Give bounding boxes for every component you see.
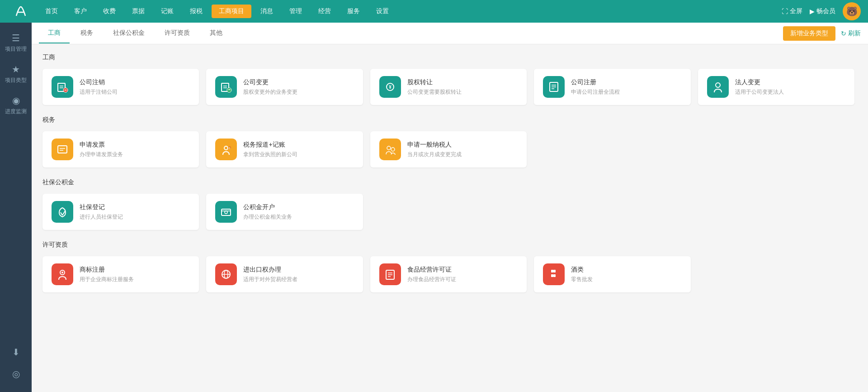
svg-text:¥: ¥ [389, 85, 392, 90]
left-sidebar: ☰ 项目管理 ★ 项目类型 ◉ 进度监测 ⬇ ◎ [0, 23, 32, 392]
nav-item-票据[interactable]: 票据 [125, 5, 152, 18]
card-desc-company-register: 申请公司注册全流程 [571, 88, 681, 96]
nav-item-首页[interactable]: 首页 [38, 5, 65, 18]
card-desc-alcohol: 零售批发 [571, 276, 681, 283]
card-tax-report[interactable]: $ 税务报道+记账 拿到营业执照的新公司 [206, 131, 363, 167]
section-title-xuke: 许可资质 [42, 241, 857, 249]
nav-item-报税[interactable]: 报税 [183, 5, 210, 18]
nav-item-管理[interactable]: 管理 [282, 5, 309, 18]
card-alcohol[interactable]: 酒类 零售批发 [534, 256, 690, 292]
card-info-food-license: 食品经营许可证 办理食品经营许可证 [407, 266, 518, 283]
card-icon-tax-report: $ [215, 139, 237, 160]
tab-actions: 新增业务类型 ↻ 刷新 [783, 26, 861, 41]
svg-point-22 [387, 146, 391, 150]
svg-rect-38 [551, 274, 553, 277]
card-title-tax-report: 税务报道+记账 [243, 141, 354, 149]
tab-shuiwu[interactable]: 税务 [71, 24, 102, 43]
tab-qita[interactable]: 其他 [201, 24, 231, 43]
card-info-social-insurance: 社保登记 进行人员社保登记 [80, 203, 190, 221]
card-icon-legal-change [707, 76, 729, 98]
card-company-cancel[interactable]: 公司注销 适用于注销公司 [42, 69, 199, 105]
nav-item-工商项目[interactable]: 工商项目 [212, 5, 251, 18]
svg-point-25 [225, 211, 227, 214]
main-layout: ☰ 项目管理 ★ 项目类型 ◉ 进度监测 ⬇ ◎ 工商 税务 社保公积金 许可资… [0, 23, 868, 392]
card-import-export[interactable]: 进出口权办理 适用于对外贸易经营者 [206, 256, 363, 292]
svg-text:$: $ [229, 147, 231, 149]
card-company-change[interactable]: 公司变更 股权变更外的业务变更 [206, 69, 363, 105]
sidebar-item-label: 项目管理 [5, 45, 27, 53]
nav-item-设置[interactable]: 设置 [369, 5, 396, 18]
card-info-alcohol: 酒类 零售批发 [571, 266, 681, 283]
svg-rect-39 [553, 274, 556, 277]
card-title-legal-change: 法人变更 [735, 78, 845, 86]
card-trademark[interactable]: 商标注册 用于企业商标注册服务 [42, 256, 199, 292]
svg-rect-16 [58, 146, 67, 153]
card-icon-alcohol [543, 263, 565, 285]
card-info-tax-report: 税务报道+记账 拿到营业执照的新公司 [243, 141, 354, 158]
card-title-equity-transfer: 股权转让 [407, 78, 518, 86]
progress-monitor-icon: ◉ [12, 95, 20, 106]
sidebar-item-progress-monitor[interactable]: ◉ 进度监测 [0, 90, 32, 121]
project-type-icon: ★ [12, 64, 20, 75]
card-info-company-change: 公司变更 股权变更外的业务变更 [243, 78, 354, 96]
tab-xuke[interactable]: 许可资质 [156, 24, 199, 43]
nav-item-服务[interactable]: 服务 [340, 5, 367, 18]
card-title-provident-fund: 公积金开户 [243, 203, 354, 211]
card-title-alcohol: 酒类 [571, 266, 681, 274]
card-food-license[interactable]: 食品经营许可证 办理食品经营许可证 [370, 256, 527, 292]
card-invoice-apply[interactable]: 申请发票 办理申请发票业务 [42, 131, 199, 167]
content-area: 工商 税务 社保公积金 许可资质 其他 新增业务类型 ↻ 刷新 工商 [32, 23, 868, 392]
nav-item-经营[interactable]: 经营 [311, 5, 338, 18]
card-desc-provident-fund: 办理公积金相关业务 [243, 213, 354, 221]
cards-grid-gongshang: 公司注销 适用于注销公司 [42, 69, 857, 105]
section-shebao: 社保公积金 社保登记 进行人员社保登记 [42, 178, 857, 230]
tab-shebao[interactable]: 社保公积金 [104, 24, 154, 43]
nav-item-收费[interactable]: 收费 [96, 5, 123, 18]
logo [7, 3, 34, 19]
sidebar-item-download[interactable]: ⬇ [10, 341, 22, 363]
card-info-trademark: 商标注册 用于企业商标注册服务 [80, 266, 190, 283]
card-social-insurance[interactable]: 社保登记 进行人员社保登记 [42, 194, 199, 230]
card-desc-tax-report: 拿到营业执照的新公司 [243, 151, 354, 158]
sidebar-item-label: 进度监测 [5, 108, 27, 115]
card-equity-transfer[interactable]: ¥ 股权转让 公司变更需要股权转让 [370, 69, 527, 105]
card-desc-social-insurance: 进行人员社保登记 [80, 213, 190, 221]
top-navigation: 首页客户收费票据记账报税工商项目消息管理经营服务设置 ⛶ 全屏 ▶ 畅会员 🐻 [0, 0, 868, 23]
card-icon-invoice-apply [52, 139, 73, 160]
cards-grid-xuke: 商标注册 用于企业商标注册服务 [42, 256, 857, 292]
fullscreen-btn[interactable]: ⛶ 全屏 [782, 7, 802, 15]
section-xuke: 许可资质 商标注册 用于企业商标注册服务 [42, 241, 857, 292]
nav-right: ⛶ 全屏 ▶ 畅会员 🐻 [782, 2, 861, 20]
card-title-company-register: 公司注册 [571, 78, 681, 86]
vip-label: 畅会员 [816, 7, 835, 15]
card-info-equity-transfer: 股权转让 公司变更需要股权转让 [407, 78, 518, 96]
svg-point-8 [227, 88, 231, 92]
card-legal-change[interactable]: 法人变更 适用于公司变更法人 [698, 69, 854, 105]
section-title-shuiwu: 税务 [42, 116, 857, 124]
tab-gongshang[interactable]: 工商 [39, 24, 70, 43]
scroll-content[interactable]: 工商 公司注销 [32, 44, 868, 392]
sidebar-item-project-management[interactable]: ☰ 项目管理 [0, 27, 32, 58]
card-info-legal-change: 法人变更 适用于公司变更法人 [735, 78, 845, 96]
sidebar-item-location[interactable]: ◎ [10, 363, 22, 385]
card-desc-equity-transfer: 公司变更需要股权转让 [407, 88, 518, 96]
sidebar-item-project-type[interactable]: ★ 项目类型 [0, 58, 32, 90]
card-title-company-change: 公司变更 [243, 78, 354, 86]
card-icon-company-cancel [52, 76, 73, 98]
vip-btn[interactable]: ▶ 畅会员 [810, 7, 835, 15]
add-type-button[interactable]: 新增业务类型 [783, 26, 835, 41]
card-icon-import-export [215, 263, 237, 285]
fullscreen-icon: ⛶ [782, 8, 788, 15]
card-general-taxpayer[interactable]: 申请一般纳税人 当月或次月成变更完成 [370, 131, 527, 167]
project-management-icon: ☰ [12, 33, 20, 43]
nav-item-客户[interactable]: 客户 [67, 5, 94, 18]
nav-item-消息[interactable]: 消息 [253, 5, 280, 18]
card-desc-import-export: 适用于对外贸易经营者 [243, 276, 354, 283]
card-company-register[interactable]: 公司注册 申请公司注册全流程 [534, 69, 690, 105]
card-icon-general-taxpayer [379, 139, 401, 160]
card-provident-fund[interactable]: 公积金开户 办理公积金相关业务 [206, 194, 363, 230]
nav-item-记账[interactable]: 记账 [154, 5, 181, 18]
refresh-button[interactable]: ↻ 刷新 [841, 29, 861, 38]
svg-rect-36 [551, 270, 553, 272]
section-title-shebao: 社保公积金 [42, 178, 857, 186]
